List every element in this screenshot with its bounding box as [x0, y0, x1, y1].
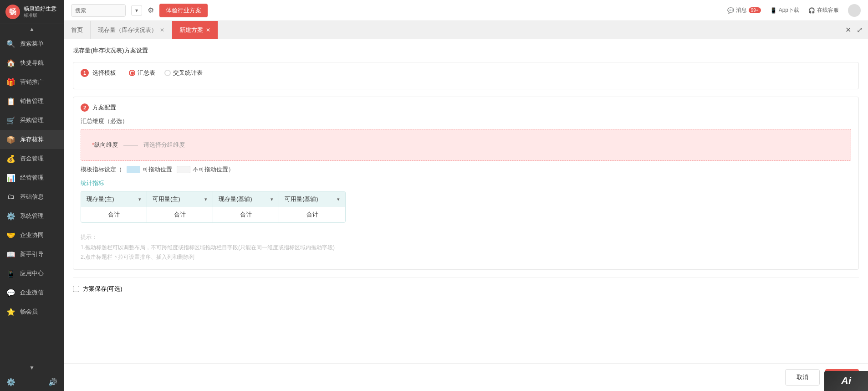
enterprise-icon: 🤝 — [6, 231, 15, 240]
sidebar-item-label: 企业微信 — [20, 288, 44, 297]
app-logo-text: 畅康通好生意 标准版 — [24, 5, 56, 19]
sidebar-logo: 畅 畅康通好生意 标准版 — [0, 0, 64, 24]
app-download-btn[interactable]: 📱 App下载 — [770, 6, 799, 14]
save-plan-checkbox[interactable] — [73, 286, 79, 292]
tab-close-new-plan[interactable]: ✕ — [206, 27, 210, 33]
radio-cross[interactable]: 交叉统计表 — [164, 69, 203, 77]
col-name-3: 可用量(基辅) — [285, 195, 337, 203]
stats-col-2[interactable]: 现存量(基辅) ▾ — [213, 191, 279, 207]
app-logo-icon: 畅 — [5, 5, 20, 19]
col-dropdown-1[interactable]: ▾ — [204, 196, 207, 202]
expand-btn[interactable]: ⤢ — [857, 26, 863, 34]
stats-table-body: 合计 合计 合计 合计 — [81, 207, 345, 222]
radio-summary-circle — [129, 70, 135, 76]
gear-icon[interactable]: ⚙ — [148, 6, 154, 15]
dimension-label: 汇总维度（必选） — [81, 117, 851, 125]
settings-icon[interactable]: ⚙️ — [6, 378, 15, 386]
sound-icon[interactable]: 🔊 — [48, 378, 57, 386]
ai-badge[interactable]: Ai — [824, 371, 868, 391]
save-plan-row: 方案保存(可选) — [73, 277, 859, 300]
sidebar-item-inventory[interactable]: 📦 库存核算 — [0, 130, 64, 149]
sidebar-item-sales[interactable]: 📋 销售管理 — [0, 92, 64, 111]
stats-col-1[interactable]: 可用量(主) ▾ — [147, 191, 213, 207]
sidebar-item-label: 应用中心 — [20, 269, 44, 278]
stats-cell-3: 合计 — [279, 207, 345, 222]
radio-cross-circle — [164, 70, 171, 76]
scroll-up-btn[interactable]: ▲ — [29, 26, 35, 32]
section1-header: 1 选择模板 汇总表 交叉统计表 — [81, 69, 851, 77]
operations-icon: 📊 — [6, 173, 15, 182]
sidebar-item-system[interactable]: ⚙️ 系统管理 — [0, 206, 64, 226]
sidebar-item-wechat[interactable]: 💬 企业微信 — [0, 283, 64, 302]
stats-label: 统计指标 — [81, 179, 851, 187]
stats-col-0[interactable]: 现存量(主) ▾ — [81, 191, 147, 207]
col-name-2: 现存量(基辅) — [219, 195, 271, 203]
sidebar-item-guide[interactable]: 📖 新手引导 — [0, 245, 64, 264]
main-area: ▾ ⚙ 体验行业方案 💬 消息 99+ 📱 App下载 🎧 在线客服 首页 — [64, 0, 868, 391]
stats-table: 现存量(主) ▾ 可用量(主) ▾ 现存量(基辅) ▾ 可用量(基辅) ▾ — [81, 191, 346, 223]
sidebar-item-label: 畅会员 — [20, 308, 38, 316]
avatar[interactable] — [848, 4, 861, 17]
sidebar-item-member[interactable]: ⭐ 畅会员 — [0, 302, 64, 321]
sidebar-item-purchase[interactable]: 🛒 采购管理 — [0, 111, 64, 130]
app-center-icon: 📱 — [6, 269, 15, 278]
sidebar-item-label: 经营管理 — [20, 174, 44, 182]
radio-summary[interactable]: 汇总表 — [129, 69, 155, 77]
sidebar-item-finance[interactable]: 💰 资金管理 — [0, 149, 64, 168]
tabs-bar: 首页 现存量（库存状况表） ✕ 新建方案 ✕ ✕ ⤢ — [64, 21, 868, 39]
draggable-indicator: 可拖动位置 — [127, 165, 172, 174]
basic-info-icon: 🗂 — [6, 192, 15, 201]
stats-table-header: 现存量(主) ▾ 可用量(主) ▾ 现存量(基辅) ▾ 可用量(基辅) ▾ — [81, 191, 345, 207]
message-badge: 99+ — [749, 7, 761, 13]
finance-icon: 💰 — [6, 154, 15, 163]
search-input[interactable] — [71, 4, 126, 17]
section2-header: 2 方案配置 — [81, 103, 851, 112]
tab-close-inventory[interactable]: ✕ — [160, 27, 164, 33]
section2-title: 方案配置 — [92, 103, 116, 112]
stats-cell-1: 合计 — [147, 207, 213, 222]
trial-btn[interactable]: 体验行业方案 — [159, 4, 208, 17]
headset-icon: 🎧 — [808, 7, 815, 14]
dropdown-btn[interactable]: ▾ — [131, 5, 142, 16]
sidebar-item-search-menu[interactable]: 🔍 搜索菜单 — [0, 34, 64, 53]
sidebar-footer: ⚙️ 🔊 — [0, 373, 64, 391]
sidebar-item-enterprise[interactable]: 🤝 企业协同 — [0, 226, 64, 245]
sidebar-item-label: 库存核算 — [20, 135, 44, 144]
section1-title: 选择模板 — [92, 69, 116, 77]
stats-cell-0: 合计 — [81, 207, 147, 222]
tab-new-plan[interactable]: 新建方案 ✕ — [172, 21, 218, 39]
stats-cell-2: 合计 — [213, 207, 279, 222]
online-service-btn[interactable]: 🎧 在线客服 — [808, 6, 839, 14]
sidebar-item-marketing[interactable]: 🎁 营销推广 — [0, 72, 64, 92]
cancel-button[interactable]: 取消 — [785, 369, 820, 386]
col-dropdown-0[interactable]: ▾ — [138, 196, 141, 202]
content-area: 现存量(库存状况表)方案设置 1 选择模板 汇总表 交叉统计表 — [64, 39, 868, 363]
messages-btn[interactable]: 💬 消息 99+ — [727, 6, 761, 14]
member-icon: ⭐ — [6, 307, 15, 316]
tips-title: 提示： — [81, 233, 851, 241]
dimension-box[interactable]: *纵向维度 —— 请选择分组维度 — [81, 129, 851, 161]
wechat-icon: 💬 — [6, 288, 15, 297]
window-btns: ✕ ⤢ — [845, 26, 868, 34]
col-dropdown-3[interactable]: ▾ — [337, 196, 340, 202]
sidebar-item-operations[interactable]: 📊 经营管理 — [0, 168, 64, 187]
sidebar-item-basic-info[interactable]: 🗂 基础信息 — [0, 187, 64, 206]
indicator-row: 模板指标设定（ 可拖动位置 不可拖动位置） — [81, 165, 851, 174]
tip-item-0: 1.拖动标题栏可以调整布局，不可跨维度或指标区域拖动栏目字段(只能在同一维度或指… — [81, 244, 851, 252]
sidebar-item-app-center[interactable]: 📱 应用中心 — [0, 264, 64, 283]
topbar: ▾ ⚙ 体验行业方案 💬 消息 99+ 📱 App下载 🎧 在线客服 — [64, 0, 868, 21]
save-plan-label: 方案保存(可选) — [83, 285, 123, 293]
sidebar-item-label: 快捷导航 — [20, 59, 44, 67]
tab-inventory-status[interactable]: 现存量（库存状况表） ✕ — [91, 21, 172, 39]
sidebar-item-quick-nav[interactable]: 🏠 快捷导航 — [0, 53, 64, 72]
sidebar: 畅 畅康通好生意 标准版 ▲ 🔍 搜索菜单 🏠 快捷导航 🎁 营销推广 📋 销售… — [0, 0, 64, 391]
scroll-down-btn[interactable]: ▼ — [29, 365, 35, 371]
tab-home[interactable]: 首页 — [64, 21, 91, 39]
quick-nav-icon: 🏠 — [6, 58, 15, 67]
col-dropdown-2[interactable]: ▾ — [271, 196, 273, 202]
dimension-separator: —— — [123, 141, 138, 149]
stats-col-3[interactable]: 可用量(基辅) ▾ — [279, 191, 345, 207]
drag-box — [127, 166, 140, 173]
close-btn[interactable]: ✕ — [845, 26, 851, 34]
message-icon: 💬 — [727, 7, 734, 14]
